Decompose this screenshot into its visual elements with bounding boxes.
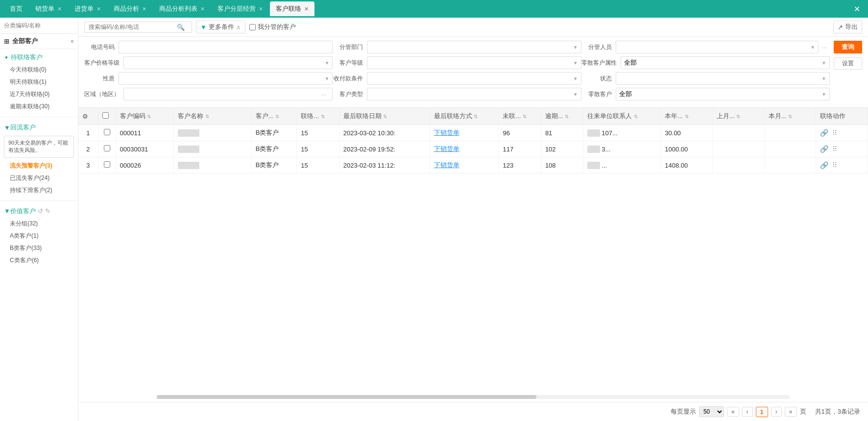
per-page-select[interactable]: 50 100 200: [699, 406, 724, 417]
th-date[interactable]: 最后联络日期 ⇅: [339, 108, 430, 125]
sidebar-item-churned[interactable]: 已流失客户(24): [0, 172, 78, 184]
more-filter-btn[interactable]: ▼ 更多条件 ∧: [196, 21, 245, 33]
tab-close-purchase-order[interactable]: ✕: [96, 6, 101, 12]
edit-icon[interactable]: ✎: [45, 207, 50, 215]
main-search-icon[interactable]: 🔍: [177, 24, 185, 31]
filter-cell-area: 区域（地区） ···: [84, 88, 333, 100]
cell-code: 000026: [116, 157, 174, 173]
first-page-btn[interactable]: «: [727, 407, 739, 417]
action-grid-icon-1[interactable]: ⠿: [832, 145, 837, 153]
filter-payment-select[interactable]: ▼: [367, 72, 581, 85]
sidebar-item-class-a[interactable]: A类客户(1): [0, 230, 78, 242]
th-code[interactable]: 客户编码 ⇅: [116, 108, 174, 125]
action-link-icon-1[interactable]: 🔗: [820, 145, 828, 153]
tab-close-customer-contact[interactable]: ✕: [304, 6, 309, 12]
th-method[interactable]: 最后联络方式 ⇅: [430, 108, 499, 125]
export-btn[interactable]: ↗ 导出: [833, 21, 862, 33]
horizontal-scrollbar[interactable]: [157, 395, 790, 399]
filter-zero-customer-select[interactable]: 全部 ▼: [616, 88, 830, 100]
filter-status-select[interactable]: ▼: [616, 72, 830, 85]
sidebar-item-today-pending[interactable]: 今天待联络(0): [0, 64, 78, 76]
cell-this-year: 1408.00: [661, 157, 713, 173]
cell-check[interactable]: [98, 141, 116, 157]
sidebar-item-class-b[interactable]: B类客户(33): [0, 242, 78, 254]
filter-person-dots[interactable]: ···: [819, 44, 830, 51]
row-checkbox-0[interactable]: [104, 129, 110, 135]
th-overdue[interactable]: 逾期... ⇅: [541, 108, 583, 125]
filter-area-select[interactable]: ···: [123, 88, 333, 100]
method-link-2[interactable]: 下销货单: [434, 161, 459, 169]
action-grid-icon-0[interactable]: ⠿: [832, 129, 837, 137]
cell-check[interactable]: [98, 125, 116, 141]
my-customers-label[interactable]: 我分管的客户: [249, 23, 296, 31]
filter-dept-select[interactable]: ▼: [367, 41, 581, 53]
th-contact[interactable]: 联络... ⇅: [297, 108, 339, 125]
tab-close-product-analysis-list[interactable]: ✕: [200, 6, 205, 12]
sidebar-item-overdue-pending[interactable]: 逾期未联络(30): [0, 100, 78, 113]
method-link-1[interactable]: 下销货单: [434, 145, 459, 152]
action-link-icon-2[interactable]: 🔗: [820, 161, 828, 169]
window-close-btn[interactable]: ✕: [850, 2, 864, 16]
th-this-month[interactable]: 本月... ⇅: [764, 108, 816, 125]
tab-product-analysis[interactable]: 商品分析 ✕: [108, 1, 152, 16]
sidebar-item-tomorrow-pending[interactable]: 明天待联络(1): [0, 76, 78, 88]
settings-btn[interactable]: 设置: [834, 57, 862, 70]
sidebar-item-week-pending[interactable]: 近7天待联络(0): [0, 88, 78, 100]
sidebar-search-input[interactable]: [4, 22, 77, 29]
action-link-icon-0[interactable]: 🔗: [820, 129, 828, 137]
filter-phone-input[interactable]: [119, 41, 333, 53]
tab-close-sales-order[interactable]: ✕: [57, 6, 62, 12]
sidebar-item-churn-warning[interactable]: 流失预警客户(3): [0, 160, 78, 172]
th-check[interactable]: [98, 108, 116, 125]
action-grid-icon-2[interactable]: ⠿: [832, 161, 837, 169]
tab-customer-layer[interactable]: 客户分层经营 ✕: [212, 1, 269, 16]
select-all-checkbox[interactable]: [102, 112, 109, 119]
cell-check[interactable]: [98, 157, 116, 173]
filter-customer-level-select[interactable]: ▼: [367, 56, 581, 69]
sidebar-collapse-btn[interactable]: «: [71, 38, 74, 45]
sidebar-group-return[interactable]: ▼ 回流客户: [0, 121, 78, 134]
tab-sales-order[interactable]: 销货单 ✕: [29, 1, 68, 16]
cell-level: B类客户: [251, 141, 296, 157]
arrow-pending: ▼: [4, 55, 9, 60]
row-checkbox-1[interactable]: [104, 145, 110, 151]
th-person[interactable]: 往来单位联系人 ⇅: [583, 108, 661, 125]
method-link-0[interactable]: 下销货单: [434, 129, 459, 136]
tab-customer-contact[interactable]: 客户联络 ✕: [270, 1, 314, 16]
th-settings[interactable]: ⚙: [78, 108, 98, 125]
main-search-input[interactable]: [89, 24, 177, 30]
filter-gender-select[interactable]: ▼: [119, 72, 333, 85]
tab-product-analysis-list[interactable]: 商品分析列表 ✕: [153, 1, 211, 16]
sidebar-item-declining[interactable]: 持续下滑客户(2): [0, 184, 78, 197]
cell-date: 2023-02-03 11:12:: [339, 157, 430, 173]
last-page-btn[interactable]: »: [785, 407, 797, 417]
sidebar-group-value[interactable]: ▼ 价值客户 ↺ ✎: [0, 205, 78, 218]
tab-close-product-analysis[interactable]: ✕: [142, 6, 146, 12]
area-dots[interactable]: ···: [318, 91, 329, 98]
th-last-month[interactable]: 上月... ⇅: [712, 108, 764, 125]
tab-home[interactable]: 首页: [4, 1, 28, 16]
refresh-icon[interactable]: ↺: [38, 207, 43, 215]
scroll-thumb[interactable]: [157, 395, 536, 399]
sidebar-item-ungroup[interactable]: 未分组(32): [0, 218, 78, 230]
next-page-btn[interactable]: ›: [771, 407, 782, 417]
prev-page-btn[interactable]: ‹: [742, 407, 753, 417]
query-btn[interactable]: 查询: [834, 41, 862, 53]
filter-zero-attr-select[interactable]: 全部 ▼: [621, 56, 830, 69]
filter-row-2: 客户价格等级 ▼ 客户等级 ▼: [84, 56, 830, 69]
tab-purchase-order[interactable]: 进货单 ✕: [69, 1, 107, 16]
sidebar-group-pending[interactable]: ▼ 待联络客户: [0, 51, 78, 64]
th-this-year[interactable]: 本年... ⇅: [661, 108, 713, 125]
th-level[interactable]: 客户... ⇅: [251, 108, 296, 125]
filter-price-level-select[interactable]: ▼: [123, 56, 333, 69]
filter-person-select[interactable]: ▼: [616, 41, 819, 53]
filter-customer-type-select[interactable]: ▼: [367, 88, 581, 100]
my-customers-checkbox[interactable]: [249, 24, 256, 30]
filter-cell-customer-type: 客户类型 ▼: [333, 88, 581, 100]
sidebar-all-customers-title[interactable]: ⊞ 全部客户 «: [0, 34, 78, 49]
row-checkbox-2[interactable]: [104, 161, 110, 168]
tab-close-customer-layer[interactable]: ✕: [259, 6, 263, 12]
th-name[interactable]: 客户名称 ⇅: [174, 108, 251, 125]
th-unlink-days[interactable]: 未联... ⇅: [499, 108, 541, 125]
sidebar-item-class-c[interactable]: C类客户(6): [0, 254, 78, 267]
